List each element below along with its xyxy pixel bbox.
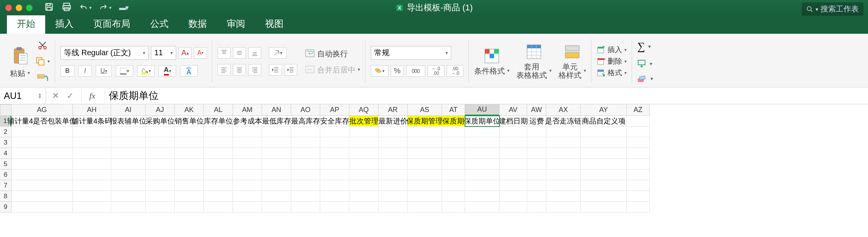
cell-AR6[interactable] <box>378 170 408 180</box>
tab-view[interactable]: 视图 <box>255 14 293 34</box>
cut-icon[interactable] <box>38 40 47 50</box>
currency-icon[interactable]: ▾ <box>371 65 388 77</box>
cell-AY9[interactable] <box>581 202 627 212</box>
maximize-icon[interactable] <box>26 5 33 11</box>
row-header-3[interactable]: 3 <box>0 137 11 148</box>
cell-AG9[interactable] <box>11 202 73 212</box>
conditional-format-button[interactable]: 条件格式▾ <box>474 48 509 75</box>
cell-AW6[interactable] <box>527 170 546 180</box>
align-left-icon[interactable] <box>218 64 231 76</box>
cell-AX6[interactable] <box>546 170 581 180</box>
cell-AM2[interactable] <box>233 127 262 137</box>
cell-AU1[interactable]: 保质期单位 <box>465 116 500 127</box>
cell-AU3[interactable] <box>465 137 500 148</box>
cancel-formula-icon[interactable]: ✕ <box>52 91 59 101</box>
cell-AN1[interactable]: 最低库存 <box>262 116 291 127</box>
cell-AJ6[interactable] <box>146 170 175 180</box>
cell-AI8[interactable] <box>111 191 146 202</box>
cell-AR4[interactable] <box>378 148 408 159</box>
cell-AJ1[interactable]: 采购单位 <box>146 116 175 127</box>
cell-AL9[interactable] <box>204 202 233 212</box>
cell-AS1[interactable]: 保质期管理 <box>408 116 442 127</box>
cell-AI9[interactable] <box>111 202 146 212</box>
qat-customize-icon[interactable]: ▬▾ <box>119 3 128 12</box>
increase-font-icon[interactable]: A▴ <box>179 47 192 59</box>
cell-AO2[interactable] <box>291 127 320 137</box>
cell-AO6[interactable] <box>291 170 320 180</box>
decrease-decimal-icon[interactable]: .00→.0 <box>447 65 463 77</box>
cell-AO9[interactable] <box>291 202 320 212</box>
cell-AQ6[interactable] <box>349 170 378 180</box>
cell-AZ9[interactable] <box>627 202 650 212</box>
cell-AT6[interactable] <box>442 170 465 180</box>
decrease-indent-icon[interactable] <box>269 64 282 76</box>
search-input[interactable]: ▾ 搜索工作表 <box>802 2 863 16</box>
column-header-AJ[interactable]: AJ <box>146 104 175 116</box>
cell-AG1[interactable]: 辅计量4是否包装单位 <box>11 116 73 127</box>
cell-AG8[interactable] <box>11 191 73 202</box>
cell-AK2[interactable] <box>175 127 204 137</box>
cell-AN4[interactable] <box>262 148 291 159</box>
minimize-icon[interactable] <box>16 5 22 11</box>
cell-AK6[interactable] <box>175 170 204 180</box>
cell-AR1[interactable]: 最新进价 <box>378 116 408 127</box>
cell-AX5[interactable] <box>546 159 581 170</box>
insert-cells-button[interactable]: 插入▾ <box>597 45 627 55</box>
cell-AR2[interactable] <box>378 127 408 137</box>
cell-AV1[interactable]: 建档日期 <box>500 116 527 127</box>
cell-AG4[interactable] <box>11 148 73 159</box>
cell-AK7[interactable] <box>175 180 204 191</box>
cell-AQ2[interactable] <box>349 127 378 137</box>
cell-AL3[interactable] <box>204 137 233 148</box>
cell-AL6[interactable] <box>204 170 233 180</box>
cell-AZ7[interactable] <box>627 180 650 191</box>
cell-AM8[interactable] <box>233 191 262 202</box>
cell-AV4[interactable] <box>500 148 527 159</box>
row-header-8[interactable]: 8 <box>0 191 11 202</box>
cell-AK8[interactable] <box>175 191 204 202</box>
cell-AO8[interactable] <box>291 191 320 202</box>
cell-AO3[interactable] <box>291 137 320 148</box>
print-icon[interactable] <box>62 2 72 14</box>
increase-decimal-icon[interactable]: ←.0.00 <box>427 65 444 77</box>
column-header-AG[interactable]: AG <box>11 104 73 116</box>
italic-button[interactable]: I <box>78 65 92 77</box>
cell-AY4[interactable] <box>581 148 627 159</box>
save-icon[interactable] <box>44 2 54 14</box>
column-header-AO[interactable]: AO <box>291 104 320 116</box>
cell-AM9[interactable] <box>233 202 262 212</box>
fill-color-button[interactable]: ▾ <box>137 65 155 77</box>
cell-AJ2[interactable] <box>146 127 175 137</box>
column-header-AV[interactable]: AV <box>500 104 527 116</box>
cell-AZ4[interactable] <box>627 148 650 159</box>
cell-AT5[interactable] <box>442 159 465 170</box>
cell-AR9[interactable] <box>378 202 408 212</box>
column-header-AM[interactable]: AM <box>233 104 262 116</box>
cell-AO7[interactable] <box>291 180 320 191</box>
autosum-button[interactable]: ∑▾ <box>637 40 651 53</box>
cell-AG5[interactable] <box>11 159 73 170</box>
cell-AS9[interactable] <box>408 202 442 212</box>
column-header-AP[interactable]: AP <box>320 104 349 116</box>
cell-AL5[interactable] <box>204 159 233 170</box>
cell-AN5[interactable] <box>262 159 291 170</box>
cell-AM5[interactable] <box>233 159 262 170</box>
cell-AJ4[interactable] <box>146 148 175 159</box>
tab-insert[interactable]: 插入 <box>45 14 84 34</box>
undo-button[interactable]: ▾ <box>79 3 92 12</box>
align-middle-icon[interactable] <box>233 47 246 59</box>
cell-AR8[interactable] <box>378 191 408 202</box>
cell-AX7[interactable] <box>546 180 581 191</box>
select-all-corner[interactable] <box>0 104 11 116</box>
row-header-2[interactable]: 2 <box>0 127 11 137</box>
cell-AO1[interactable]: 最高库存 <box>291 116 320 127</box>
cell-AH8[interactable] <box>73 191 111 202</box>
cell-AH5[interactable] <box>73 159 111 170</box>
font-color-button[interactable]: A▾ <box>159 65 176 77</box>
cell-AG2[interactable] <box>11 127 73 137</box>
cell-AI4[interactable] <box>111 148 146 159</box>
cell-AZ3[interactable] <box>627 137 650 148</box>
cell-AQ4[interactable] <box>349 148 378 159</box>
cell-AV8[interactable] <box>500 191 527 202</box>
cell-AJ3[interactable] <box>146 137 175 148</box>
